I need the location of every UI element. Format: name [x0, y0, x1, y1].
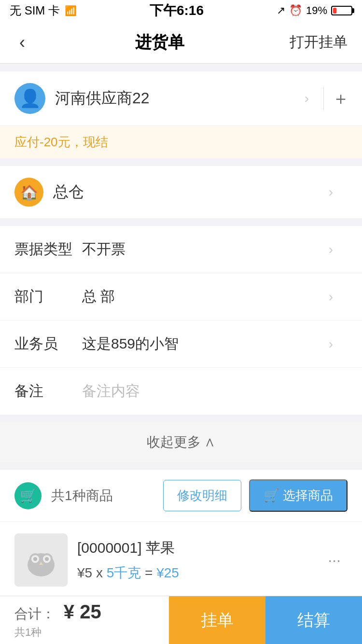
total-line: 合计： ¥ 25: [14, 601, 154, 623]
edit-detail-button[interactable]: 修改明细: [163, 480, 241, 511]
remark-row[interactable]: 备注 备注内容: [0, 368, 362, 415]
warehouse-row[interactable]: 🏠 总仓 ›: [0, 166, 362, 218]
svg-point-5: [33, 557, 37, 561]
product-code: [0000001]: [77, 540, 141, 556]
battery-icon: [331, 6, 352, 15]
invoice-value: 不开票: [82, 239, 329, 259]
salesperson-row[interactable]: 业务员 这是859的小智 ›: [0, 321, 362, 368]
alarm-icon: ⏰: [289, 4, 302, 17]
warehouse-card[interactable]: 🏠 总仓 ›: [0, 166, 362, 218]
remark-label: 备注: [14, 381, 82, 401]
status-right: ↗ ⏰ 19%: [277, 4, 352, 17]
total-amount: ¥ 25: [64, 601, 101, 622]
supplier-row[interactable]: 👤 河南供应商22 › ＋: [0, 71, 362, 126]
warehouse-icon: 🏠: [20, 184, 38, 201]
unit-price: ¥5: [77, 565, 92, 580]
wifi-icon: 📶: [65, 5, 77, 16]
chevron-right-icon: ›: [329, 184, 333, 200]
svg-point-6: [45, 557, 49, 561]
hang-label: 挂单: [201, 609, 234, 631]
collapse-row[interactable]: 收起更多 ∧: [0, 422, 362, 462]
select-product-icon: 🛒: [264, 488, 279, 503]
department-row[interactable]: 部门 总 部 ›: [0, 273, 362, 321]
status-bar: 无 SIM 卡 📶 下午6:16 ↗ ⏰ 19%: [0, 0, 362, 21]
salesperson-value: 这是859的小智: [82, 334, 329, 354]
nav-bar: ‹ 进货单 打开挂单: [0, 21, 362, 64]
multiply-sign: x: [96, 565, 107, 580]
page-title: 进货单: [135, 31, 184, 54]
back-button[interactable]: ‹: [14, 28, 30, 57]
product-icon-wrap: 🛒: [14, 482, 42, 509]
supplier-card: 👤 河南供应商22 › ＋ 应付-20元，现结: [0, 71, 362, 158]
chevron-right-icon: ›: [329, 289, 333, 305]
supplier-avatar: 👤: [14, 83, 45, 114]
salesperson-label: 业务员: [14, 334, 82, 354]
main-content: 👤 河南供应商22 › ＋ 应付-20元，现结 🏠 总仓 › 票据类型 不开票 …: [0, 71, 362, 644]
add-button[interactable]: ＋: [323, 86, 348, 111]
department-value: 总 部: [82, 287, 329, 307]
chevron-right-icon: ›: [329, 242, 333, 257]
product-section: 🛒 共1种商品 修改明细 🛒 选择商品: [0, 470, 362, 598]
invoice-label: 票据类型: [14, 239, 82, 259]
product-header: 🛒 共1种商品 修改明细 🛒 选择商品: [0, 470, 362, 522]
product-title: 苹果: [146, 540, 175, 556]
total-count: 共1种: [14, 625, 154, 640]
quantity: 5千克: [107, 565, 141, 580]
location-icon: ↗: [277, 4, 285, 17]
select-product-label: 选择商品: [283, 487, 333, 504]
form-card: 票据类型 不开票 › 部门 总 部 › 业务员 这是859的小智 › 备注 备注…: [0, 226, 362, 415]
product-icon: 🛒: [20, 488, 37, 504]
product-name: [0000001] 苹果: [77, 538, 321, 558]
total-price: ¥25: [156, 565, 179, 580]
total-area: 合计： ¥ 25 共1种: [0, 601, 169, 640]
equals-sign: =: [145, 565, 156, 580]
product-thumbnail: [14, 533, 68, 587]
person-icon: 👤: [19, 88, 41, 109]
hang-button[interactable]: 挂单: [169, 596, 265, 644]
remark-input[interactable]: 备注内容: [82, 381, 348, 401]
chevron-right-icon: ›: [305, 91, 309, 106]
product-item: [0000001] 苹果 ¥5 x 5千克 = ¥25 ···: [0, 522, 362, 598]
more-button[interactable]: ···: [321, 546, 348, 574]
bottom-bar: 合计： ¥ 25 共1种 挂单 结算: [0, 596, 362, 644]
settle-button[interactable]: 结算: [265, 596, 362, 644]
product-count: 共1种商品: [51, 487, 163, 505]
invoice-row[interactable]: 票据类型 不开票 ›: [0, 226, 362, 273]
warehouse-name: 总仓: [53, 182, 329, 203]
warehouse-icon-wrap: 🏠: [14, 178, 43, 207]
battery-percent: 19%: [306, 4, 327, 17]
product-info: [0000001] 苹果 ¥5 x 5千克 = ¥25: [77, 538, 321, 582]
status-time: 下午6:16: [150, 1, 204, 20]
carrier-text: 无 SIM 卡: [10, 3, 60, 18]
collapse-label: 收起更多 ∧: [147, 434, 216, 449]
payment-hint: 应付-20元，现结: [0, 126, 362, 158]
product-price: ¥5 x 5千克 = ¥25: [77, 564, 321, 582]
total-label: 合计：: [14, 606, 55, 621]
chevron-right-icon: ›: [329, 336, 333, 352]
open-hang-button[interactable]: 打开挂单: [290, 32, 348, 52]
select-product-button[interactable]: 🛒 选择商品: [249, 479, 348, 512]
product-thumb-owl: [22, 541, 60, 579]
supplier-name: 河南供应商22: [55, 88, 305, 109]
department-label: 部门: [14, 287, 82, 307]
settle-label: 结算: [297, 609, 330, 631]
status-left: 无 SIM 卡 📶: [10, 3, 77, 18]
